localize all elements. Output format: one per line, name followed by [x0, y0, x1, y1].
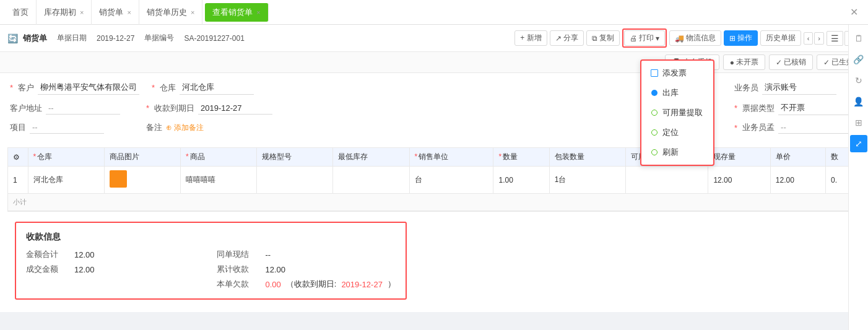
col-current-stock: 现存量 — [708, 148, 770, 167]
payment-date-label: 收款到期日 — [154, 103, 194, 114]
doc-date-value: 2019-12-27 — [97, 34, 134, 43]
staff2-field: * 业务员孟 -- — [734, 121, 858, 134]
print-button[interactable]: 🖨 打印 ▾ — [624, 30, 665, 46]
total-label: 金额合计 — [26, 249, 69, 260]
cell-unit-price: 12.00 — [770, 167, 825, 194]
col-product: *商品 — [180, 148, 256, 167]
staff-label: 业务员 — [734, 82, 758, 93]
cell-min-stock — [333, 167, 409, 194]
tab-view-sales-label: 查看销货单 — [212, 7, 253, 18]
dropdown-item-add-invoice[interactable]: 添发票 — [641, 63, 713, 83]
available-qty-label: 可用量提取 — [662, 107, 703, 118]
payment-balance: 本单欠款 0.00 （收款到期日: 2019-12-27 ） — [217, 279, 395, 290]
not-open-button[interactable]: ● 未开票 — [723, 54, 765, 70]
total-value: 12.00 — [74, 250, 95, 259]
operation-icon: ⊞ — [729, 34, 736, 43]
customer-required: * — [10, 83, 13, 92]
dropdown-item-available-qty[interactable]: 可用量提取 — [641, 103, 713, 123]
address-label: 客户地址 — [10, 103, 42, 114]
balance-note-end: ） — [388, 279, 396, 290]
col-spec: 规格型号 — [257, 148, 333, 167]
tab-sales-order-close[interactable]: × — [127, 9, 131, 16]
staff2-label: 业务员孟 — [742, 122, 775, 133]
customer-field: * 客户 柳州粤港平安气体有限公司 — [10, 80, 139, 95]
doc-title: 销货单 — [23, 33, 47, 44]
warehouse-value[interactable]: 河北仓库 — [180, 80, 254, 95]
doc-info: 🔄 销货单 单据日期 2019-12-27 单据编号 SA-20191227-0… — [7, 33, 511, 44]
toolbar-actions: + 新增 ↗ 分享 ⧉ 复制 🖨 打印 ▾ 🚚 物流信息 ⊞ — [514, 28, 861, 48]
sidebar-expand-icon[interactable]: ⤢ — [850, 135, 867, 152]
print-dropdown-arrow: ▾ — [656, 34, 659, 43]
dropdown-item-locate[interactable]: 定位 — [641, 123, 713, 142]
col-pack-qty: 包装数量 — [549, 148, 625, 167]
address-value[interactable]: -- — [46, 102, 120, 115]
tab-view-sales-close[interactable]: × — [256, 9, 260, 16]
prev-button[interactable]: ‹ — [804, 32, 814, 45]
tab-sales-history[interactable]: 销货单历史 × — [139, 0, 202, 25]
cell-unit: 台 — [409, 167, 493, 194]
subtotal-label: 小计 — [8, 194, 860, 211]
next-button[interactable]: › — [814, 32, 824, 45]
ticket-type-value[interactable]: 不开票 — [778, 101, 853, 115]
share-button[interactable]: ↗ 分享 — [550, 30, 584, 46]
ticket-icon: ● — [730, 58, 734, 67]
refresh-icon — [650, 148, 659, 157]
sidebar-document-icon[interactable]: 🗒 — [850, 30, 867, 47]
copy-button[interactable]: ⧉ 复制 — [586, 30, 620, 46]
data-table-container: ⚙ *仓库 商品图片 *商品 规格型号 最低库存 *销售单位 *数量 包装数量 … — [7, 147, 861, 212]
list-view-button[interactable]: ☰ — [827, 31, 843, 46]
dropdown-item-refresh[interactable]: 刷新 — [641, 142, 713, 162]
form-row-1: * 客户 柳州粤港平安气体有限公司 * 仓库 河北仓库 业务员 演示账号 — [10, 80, 858, 95]
balance-note: （收款到期日: — [286, 279, 337, 290]
sidebar-link-icon[interactable]: 🔗 — [850, 51, 867, 68]
tab-inventory-init-close[interactable]: × — [80, 9, 84, 16]
col-warehouse: *仓库 — [28, 148, 104, 167]
new-button[interactable]: + 新增 — [514, 30, 547, 46]
cell-product: 嘻嘻嘻嘻 — [180, 167, 256, 194]
form-row-3: 项目 -- 备注 ⊕ 添加备注 * 业务员孟 -- — [10, 121, 858, 134]
customer-value[interactable]: 柳州粤港平安气体有限公司 — [38, 80, 139, 95]
cell-warehouse: 河北仓库 — [28, 167, 104, 194]
window-close-button[interactable]: ✕ — [845, 6, 863, 18]
check2-icon: ✓ — [823, 58, 830, 67]
ticket-type-required: * — [734, 103, 737, 113]
staff2-value[interactable]: -- — [778, 121, 853, 134]
address-field: 客户地址 -- — [10, 102, 134, 115]
payment-date-field: * 收款到期日 2019-12-27 — [146, 102, 272, 115]
col-unit: *销售单位 — [409, 148, 493, 167]
operation-dropdown: 添发票 出库 可用量提取 定位 刷新 — [640, 59, 714, 166]
history-button[interactable]: 历史单据 — [760, 30, 801, 46]
ticket-type-label: 票据类型 — [742, 103, 775, 114]
tab-inventory-init[interactable]: 库存期初 × — [37, 0, 92, 25]
tab-sales-history-close[interactable]: × — [191, 9, 194, 16]
checked-button[interactable]: ✓ 已核销 — [769, 54, 813, 70]
logistics-button[interactable]: 🚚 物流信息 — [669, 30, 721, 46]
form-area: * 客户 柳州粤港平安气体有限公司 * 仓库 河北仓库 业务员 演示账号 客户地… — [0, 73, 868, 147]
sidebar-user-icon[interactable]: 👤 — [850, 93, 867, 110]
tab-bar: 首页 库存期初 × 销货单 × 销货单历史 × 查看销货单 × ✕ — [0, 0, 868, 25]
sidebar-grid-icon[interactable]: ⊞ — [850, 114, 867, 131]
dropdown-item-outbound[interactable]: 出库 — [641, 83, 713, 103]
share-icon: ↗ — [555, 34, 562, 43]
payment-date-value[interactable]: 2019-12-27 — [198, 102, 272, 115]
add-note-button[interactable]: ⊕ 添加备注 — [166, 123, 204, 133]
project-value[interactable]: -- — [30, 121, 104, 134]
trade-value: 12.00 — [74, 265, 95, 274]
payment-date-required: * — [146, 103, 149, 113]
tab-sales-order[interactable]: 销货单 × — [92, 0, 139, 25]
tab-sales-order-label: 销货单 — [99, 7, 123, 18]
warehouse-field: * 仓库 河北仓库 — [152, 80, 276, 95]
cell-spec — [257, 167, 333, 194]
tab-view-sales[interactable]: 查看销货单 × — [205, 3, 268, 22]
payment-trade: 成交金额 12.00 — [26, 264, 204, 275]
col-settings[interactable]: ⚙ — [8, 148, 28, 167]
cell-pack-qty: 1台 — [549, 167, 625, 194]
cell-qty: 1.00 — [493, 167, 549, 194]
sidebar-refresh-icon[interactable]: ↻ — [850, 72, 867, 89]
tab-home[interactable]: 首页 — [5, 0, 37, 25]
data-table: ⚙ *仓库 商品图片 *商品 规格型号 最低库存 *销售单位 *数量 包装数量 … — [8, 148, 860, 211]
cumulative-value: 12.00 — [265, 265, 285, 274]
operation-button[interactable]: ⊞ 操作 — [724, 30, 758, 46]
payment-title: 收款信息 — [26, 232, 396, 243]
locate-label: 定位 — [662, 127, 679, 138]
